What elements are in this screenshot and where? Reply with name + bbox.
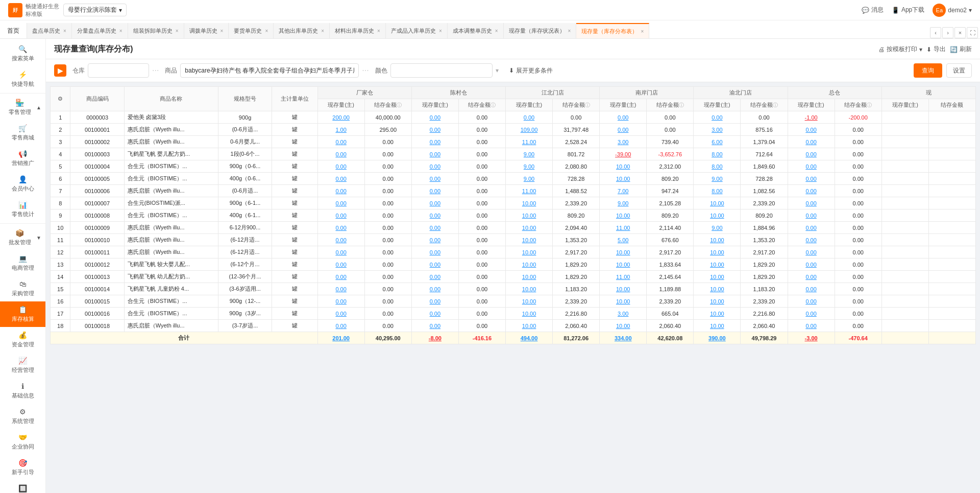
- row-t-qty[interactable]: 0.00: [788, 246, 835, 259]
- row-c2-qty[interactable]: 0.00: [411, 111, 458, 124]
- settings-col-icon[interactable]: ⚙: [51, 87, 70, 111]
- info-icon-2[interactable]: ⓘ: [491, 102, 496, 108]
- row-c3-qty[interactable]: 10.00: [505, 259, 552, 271]
- message-btn[interactable]: 💬 消息: [862, 6, 884, 14]
- app-download-btn[interactable]: 📱 App下载: [892, 6, 924, 14]
- row-c3-qty[interactable]: 10.00: [505, 295, 552, 308]
- row-c5-qty[interactable]: 9.00: [694, 222, 741, 234]
- row-c1-qty[interactable]: 0.00: [317, 222, 364, 234]
- search-expand-btn[interactable]: ▶: [54, 64, 66, 77]
- query-btn[interactable]: 查询: [914, 63, 942, 78]
- row-t-qty[interactable]: 0.00: [788, 136, 835, 148]
- row-c5-qty[interactable]: 10.00: [694, 295, 741, 308]
- row-c5-qty[interactable]: 9.00: [694, 173, 741, 185]
- row-t-qty[interactable]: 0.00: [788, 320, 835, 332]
- print-btn[interactable]: 🖨 按模板打印 ▾: [878, 45, 922, 54]
- export-btn[interactable]: ⬇ 导出: [926, 45, 946, 54]
- row-c3-qty[interactable]: 0.00: [505, 111, 552, 124]
- tab-close-5[interactable]: ×: [321, 28, 324, 34]
- row-c2-qty[interactable]: 0.00: [411, 160, 458, 173]
- row-c1-qty[interactable]: 0.00: [317, 209, 364, 222]
- tab-item-1[interactable]: 分量盘点单历史 ×: [72, 23, 128, 38]
- tab-close-8[interactable]: ×: [495, 28, 498, 34]
- row-c4-qty[interactable]: 3.00: [600, 136, 647, 148]
- row-c2-qty[interactable]: 0.00: [411, 185, 458, 197]
- expand-more-btn[interactable]: ⬇ 展开更多条件: [509, 66, 553, 75]
- row-c4-qty[interactable]: -39.00: [600, 148, 647, 160]
- sidebar-item-basic[interactable]: ℹ 基础信息: [0, 378, 45, 404]
- row-c1-qty[interactable]: 0.00: [317, 148, 364, 160]
- tab-close-3[interactable]: ×: [220, 28, 224, 34]
- row-t-qty[interactable]: 0.00: [788, 259, 835, 271]
- sidebar-item-member[interactable]: 👤 会员中心: [0, 171, 45, 197]
- row-c2-qty[interactable]: 0.00: [411, 209, 458, 222]
- row-c3-qty[interactable]: 109.00: [505, 124, 552, 136]
- tab-item-active[interactable]: 现存量（库存分布表） ×: [576, 23, 649, 38]
- row-c1-qty[interactable]: 0.00: [317, 234, 364, 246]
- sum-c1-qty[interactable]: 201.00: [317, 332, 364, 344]
- row-c5-qty[interactable]: 10.00: [694, 283, 741, 295]
- tab-item-6[interactable]: 材料出库单历史 ×: [330, 23, 386, 38]
- row-c1-qty[interactable]: 0.00: [317, 160, 364, 173]
- row-c2-qty[interactable]: 0.00: [411, 246, 458, 259]
- row-t-qty[interactable]: 0.00: [788, 173, 835, 185]
- row-c1-qty[interactable]: 0.00: [317, 136, 364, 148]
- row-c2-qty[interactable]: 0.00: [411, 234, 458, 246]
- row-c2-qty[interactable]: 0.00: [411, 136, 458, 148]
- row-c3-qty[interactable]: 11.00: [505, 185, 552, 197]
- row-c5-qty[interactable]: 10.00: [694, 246, 741, 259]
- row-c2-qty[interactable]: 0.00: [411, 271, 458, 283]
- row-c4-qty[interactable]: 10.00: [600, 209, 647, 222]
- row-c3-qty[interactable]: 10.00: [505, 209, 552, 222]
- sidebar-item-mall[interactable]: 🛒 零售商城: [0, 120, 45, 146]
- row-t-qty[interactable]: 0.00: [788, 222, 835, 234]
- settings-btn[interactable]: 设置: [946, 63, 972, 78]
- row-c3-qty[interactable]: 10.00: [505, 234, 552, 246]
- row-c2-qty[interactable]: 0.00: [411, 173, 458, 185]
- row-t-qty[interactable]: 0.00: [788, 271, 835, 283]
- row-c1-qty[interactable]: 0.00: [317, 173, 364, 185]
- row-c3-qty[interactable]: 10.00: [505, 308, 552, 320]
- sidebar-item-inventory[interactable]: 📋 库存核算: [0, 301, 45, 327]
- tab-close-7[interactable]: ×: [439, 28, 442, 34]
- row-c4-qty[interactable]: 10.00: [600, 160, 647, 173]
- sum-c2-qty[interactable]: -8.00: [411, 332, 458, 344]
- row-c2-qty[interactable]: 0.00: [411, 148, 458, 160]
- sum-c3-qty[interactable]: 494.00: [505, 332, 552, 344]
- row-c4-qty[interactable]: 10.00: [600, 283, 647, 295]
- sidebar-item-quicknav[interactable]: ⚡ 快捷导航: [0, 66, 45, 92]
- tab-item-9[interactable]: 现存量（库存状况表） ×: [504, 23, 577, 38]
- tab-home[interactable]: 首页: [0, 23, 27, 38]
- row-c5-qty[interactable]: 10.00: [694, 197, 741, 209]
- row-c4-qty[interactable]: 10.00: [600, 246, 647, 259]
- sidebar-item-appcenter[interactable]: 🔲 应用中心: [0, 480, 45, 493]
- sidebar-item-business[interactable]: 📈 经营管理: [0, 353, 45, 378]
- info-icon-5[interactable]: ⓘ: [773, 102, 778, 108]
- info-icon-t[interactable]: ⓘ: [867, 102, 872, 108]
- row-c1-qty[interactable]: 0.00: [317, 185, 364, 197]
- row-c2-qty[interactable]: 0.00: [411, 222, 458, 234]
- tab-item-8[interactable]: 成本调整单历史 ×: [448, 23, 504, 38]
- row-c2-qty[interactable]: 0.00: [411, 320, 458, 332]
- tab-close-2[interactable]: ×: [176, 28, 179, 34]
- row-c4-qty[interactable]: 11.00: [600, 271, 647, 283]
- sum-t-qty[interactable]: -3.00: [788, 332, 835, 344]
- row-c4-qty[interactable]: 10.00: [600, 259, 647, 271]
- row-c5-qty[interactable]: 3.00: [694, 124, 741, 136]
- row-c3-qty[interactable]: 10.00: [505, 271, 552, 283]
- user-menu[interactable]: Ea demo2 ▾: [933, 4, 972, 17]
- row-c5-qty[interactable]: 8.00: [694, 148, 741, 160]
- row-c2-qty[interactable]: 0.00: [411, 295, 458, 308]
- warehouse-dots[interactable]: ···: [152, 66, 159, 75]
- row-c3-qty[interactable]: 9.00: [505, 160, 552, 173]
- sidebar-item-marketing[interactable]: 📢 营销推广: [0, 146, 45, 171]
- tab-prev-btn[interactable]: ‹: [930, 27, 941, 38]
- row-c1-qty[interactable]: 0.00: [317, 246, 364, 259]
- tab-close-all-btn[interactable]: ×: [954, 27, 966, 38]
- row-c5-qty[interactable]: 10.00: [694, 271, 741, 283]
- row-c1-qty[interactable]: 200.00: [317, 111, 364, 124]
- sidebar-item-system[interactable]: ⚙ 系统管理: [0, 404, 45, 429]
- row-c1-qty[interactable]: 0.00: [317, 197, 364, 209]
- row-c1-qty[interactable]: 0.00: [317, 308, 364, 320]
- product-input[interactable]: [180, 63, 359, 78]
